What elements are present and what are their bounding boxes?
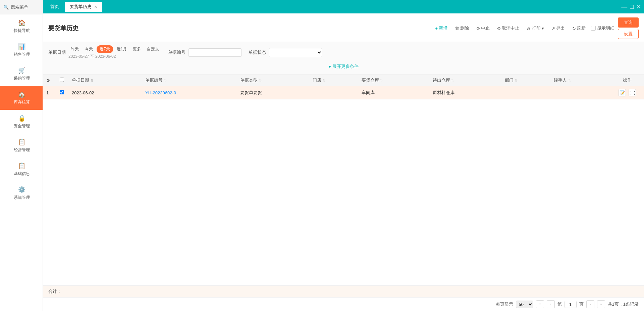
- cell-doc-date: 2023-06-02: [68, 86, 142, 99]
- sidebar-search[interactable]: 🔍 搜索菜单: [0, 0, 43, 14]
- sort-icon-store: ⇅: [322, 79, 325, 82]
- sidebar-item-label: 资金管理: [14, 123, 30, 129]
- prev-page-btn[interactable]: ‹: [547, 300, 555, 308]
- export-button[interactable]: ↗ 导出: [549, 24, 567, 33]
- sidebar-item-sales[interactable]: 📊 销售管理: [0, 38, 43, 62]
- tab-requisition-label: 要货单历史: [70, 4, 92, 10]
- next-page-btn[interactable]: ›: [586, 300, 594, 308]
- stop-label: 中止: [481, 25, 490, 31]
- main-area: 首页 要货单历史 ✕ — □ ✕ 要货单历史 + 新增: [43, 0, 644, 311]
- window-maximize-icon[interactable]: □: [630, 3, 634, 10]
- delete-icon: 🗑: [455, 26, 459, 31]
- finance-icon: 🔒: [18, 115, 25, 122]
- delete-button[interactable]: 🗑 删除: [453, 24, 471, 33]
- sidebar-item-quick-nav[interactable]: 🏠 快捷导航: [0, 14, 43, 38]
- add-label: 新增: [439, 25, 447, 31]
- col-pending-warehouse[interactable]: 待出仓库 ⇅: [429, 75, 501, 86]
- col-store[interactable]: 门店 ⇅: [309, 75, 358, 86]
- tab-close-icon[interactable]: ✕: [94, 5, 97, 9]
- row-detail-btn[interactable]: ⋮⋮: [629, 89, 636, 96]
- date-filter-group: 昨天 今天 近7天 近1月 更多 自定义 2023-05-27 至 2023-0…: [68, 45, 161, 59]
- sidebar-item-label: 库存核算: [14, 99, 30, 105]
- tab-home[interactable]: 首页: [46, 2, 64, 12]
- last-page-btn[interactable]: »: [597, 300, 605, 308]
- col-req-warehouse[interactable]: 要货仓库 ⇅: [358, 75, 429, 86]
- first-page-btn[interactable]: «: [536, 300, 544, 308]
- page-size-select[interactable]: 20 50 100 200: [516, 301, 533, 308]
- print-button[interactable]: 🖨 打印 ▾: [525, 24, 546, 33]
- tab-requisition-history[interactable]: 要货单历史 ✕: [65, 2, 102, 12]
- display-detail-checkbox[interactable]: [591, 26, 596, 31]
- print-arrow-icon: ▾: [542, 26, 544, 31]
- select-all-checkbox[interactable]: [60, 78, 64, 82]
- date-btn-custom[interactable]: 自定义: [145, 45, 161, 53]
- status-select[interactable]: [269, 48, 322, 57]
- pagination-bar: 每页显示 20 50 100 200 « ‹ 第 页 › » 共1页，1条记录: [43, 297, 644, 311]
- col-dept[interactable]: 部门 ⇅: [501, 75, 550, 86]
- inventory-icon: 🏠: [18, 91, 25, 98]
- page-header: 要货单历史 + 新增 🗑 删除 ⊘ 中止 ⊘: [43, 13, 644, 42]
- col-doc-date[interactable]: 单据日期 ⇅: [68, 75, 142, 86]
- sidebar-item-finance[interactable]: 🔒 资金管理: [0, 110, 43, 134]
- print-icon: 🖨: [527, 26, 531, 31]
- refresh-button[interactable]: ↻ 刷新: [570, 24, 588, 33]
- date-btn-yesterday[interactable]: 昨天: [68, 45, 81, 53]
- cancel-stop-icon: ⊘: [497, 26, 501, 31]
- doc-no-link[interactable]: YH-20230602-0: [145, 90, 176, 95]
- sidebar-item-basic[interactable]: 📋 基础信息: [0, 158, 43, 181]
- basic-icon: 📋: [18, 162, 25, 170]
- window-close-icon[interactable]: ✕: [636, 3, 641, 10]
- col-action-label: 操作: [623, 78, 632, 83]
- date-btn-7days[interactable]: 近7天: [97, 45, 113, 53]
- page-input[interactable]: [565, 301, 577, 308]
- date-btn-more[interactable]: 更多: [130, 45, 143, 53]
- expand-conditions-btn[interactable]: ▾ 展开更多条件: [326, 62, 361, 71]
- cell-pending-warehouse: 原材料仓库: [429, 86, 501, 99]
- settings-button[interactable]: 设置: [618, 29, 639, 39]
- cancel-stop-button[interactable]: ⊘ 取消中止: [495, 24, 521, 33]
- filter-date-item: 单据日期 昨天 今天 近7天 近1月 更多 自定义 2023-05-27 至 2…: [48, 45, 161, 59]
- status-label: 单据状态: [249, 49, 266, 55]
- docno-input[interactable]: [188, 48, 242, 57]
- row-edit-btn[interactable]: 📝: [619, 89, 626, 96]
- sidebar-item-operation[interactable]: 📋 经营管理: [0, 134, 43, 158]
- content-area: 要货单历史 + 新增 🗑 删除 ⊘ 中止 ⊘: [43, 13, 644, 311]
- col-checkbox: [56, 75, 68, 86]
- col-handler-label: 经手人: [554, 78, 567, 83]
- summary-label: 合计：: [48, 289, 61, 294]
- stop-button[interactable]: ⊘ 中止: [474, 24, 492, 33]
- purchase-icon: 🛒: [18, 67, 25, 74]
- table-row[interactable]: 1 2023-06-02 YH-20230602-0: [43, 86, 644, 99]
- sidebar-item-label: 系统管理: [14, 195, 30, 201]
- display-detail-toggle[interactable]: 显示明细: [591, 25, 614, 31]
- sort-icon-doc-type: ⇅: [259, 79, 262, 82]
- col-doc-no[interactable]: 单据编号 ⇅: [142, 75, 237, 86]
- col-handler[interactable]: 经手人 ⇅: [550, 75, 610, 86]
- page-label-before: 第: [557, 301, 562, 307]
- window-minimize-icon[interactable]: —: [621, 3, 627, 10]
- sidebar-item-system[interactable]: ⚙️ 系统管理: [0, 181, 43, 205]
- sidebar: 🔍 搜索菜单 🏠 快捷导航 📊 销售管理 🛒 采购管理 🏠 库存核算 🔒 资金管…: [0, 0, 43, 311]
- col-settings[interactable]: ⚙: [43, 75, 56, 86]
- table-body: 1 2023-06-02 YH-20230602-0: [43, 86, 644, 99]
- row-checkbox[interactable]: [60, 90, 64, 94]
- cell-action: 📝 ⋮⋮: [610, 86, 644, 99]
- date-btn-1month[interactable]: 近1月: [114, 45, 129, 53]
- docno-label: 单据编号: [168, 49, 185, 55]
- sidebar-item-label: 销售管理: [14, 52, 30, 57]
- sidebar-item-label: 快捷导航: [14, 28, 30, 34]
- refresh-label: 刷新: [577, 25, 586, 31]
- add-button[interactable]: + 新增: [433, 24, 449, 33]
- col-doc-type-label: 单据类型: [240, 78, 258, 83]
- sidebar-item-label: 经营管理: [14, 147, 30, 153]
- col-doc-type[interactable]: 单据类型 ⇅: [237, 75, 309, 86]
- sidebar-item-inventory[interactable]: 🏠 库存核算: [0, 86, 43, 110]
- cell-dept: [501, 86, 550, 99]
- col-pending-warehouse-label: 待出仓库: [433, 78, 450, 83]
- query-button[interactable]: 查询: [618, 17, 639, 28]
- sidebar-item-label: 基础信息: [14, 171, 30, 177]
- cell-doc-no: YH-20230602-0: [142, 86, 237, 99]
- sidebar-item-purchase[interactable]: 🛒 采购管理: [0, 62, 43, 86]
- date-btn-today[interactable]: 今天: [83, 45, 95, 53]
- cell-doc-type: 要货单要货: [237, 86, 309, 99]
